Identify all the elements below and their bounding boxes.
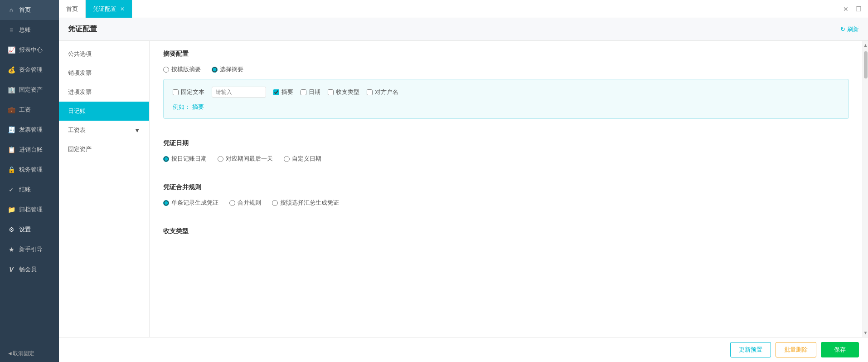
report-icon: 📈 <box>7 46 15 54</box>
sidebar-item-report[interactable]: 📈 报表中心 <box>0 40 59 60</box>
member-icon: V <box>7 266 15 273</box>
settings-icon: ⚙ <box>7 226 15 233</box>
sidebar-unpin[interactable]: ◄取消固定 <box>0 345 59 362</box>
sidebar-item-closing[interactable]: ✓ 结账 <box>0 180 59 200</box>
save-button[interactable]: 保存 <box>821 342 859 357</box>
voucher-date-radio-group: 按日记账日期 对应期间最后一天 自定义日期 <box>163 155 849 163</box>
home-icon: ⌂ <box>7 6 15 14</box>
radio-template-summary[interactable]: 按模版摘要 <box>163 65 201 73</box>
checkbox-fixed-text[interactable]: 固定文本 <box>173 88 204 96</box>
sidebar-item-sales[interactable]: 📋 进销台账 <box>0 140 59 160</box>
radio-journal-date[interactable]: 按日记账日期 <box>163 155 207 163</box>
left-nav-sales-invoice[interactable]: 销项发票 <box>59 64 149 83</box>
tab-home[interactable]: 首页 <box>59 0 86 18</box>
refresh-icon: ↻ <box>840 26 845 33</box>
sidebar-item-assets[interactable]: 🏢 固定资产 <box>0 80 59 100</box>
voucher-merge-radio-group: 单条记录生成凭证 合并规则 按照选择汇总生成凭证 <box>163 199 849 207</box>
sidebar-item-member[interactable]: V 畅会员 <box>0 259 59 279</box>
ledger-icon: ≡ <box>7 26 15 34</box>
summary-config-title: 摘要配置 <box>163 50 849 58</box>
checkbox-summary[interactable]: 摘要 <box>273 88 293 96</box>
tab-voucher[interactable]: 凭证配置 ✕ <box>86 0 132 18</box>
sidebar-item-guide[interactable]: ★ 新手引导 <box>0 240 59 259</box>
checkbox-income-type[interactable]: 收支类型 <box>328 88 359 96</box>
voucher-date-section: 凭证日期 按日记账日期 对应期间最后一天 <box>163 139 849 174</box>
sidebar-item-home[interactable]: ⌂ 首页 <box>0 0 59 20</box>
guide-icon: ★ <box>7 246 15 253</box>
sidebar-item-capital[interactable]: 💰 资金管理 <box>0 60 59 80</box>
right-content: 摘要配置 按模版摘要 选择摘要 <box>150 41 863 337</box>
left-nav-payroll[interactable]: 工资表 ▼ <box>59 121 149 140</box>
content-area: 凭证配置 ↻ 刷新 公共选项 销项发票 进项发票 日记账 <box>59 18 868 362</box>
window-restore-icon[interactable]: ❐ <box>854 4 863 15</box>
bottom-action-bar: 更新预置 批量删除 保存 <box>59 337 868 362</box>
radio-by-select[interactable]: 按照选择汇总生成凭证 <box>272 199 339 207</box>
left-nav-purchase-invoice[interactable]: 进项发票 <box>59 83 149 102</box>
two-col-layout: 公共选项 销项发票 进项发票 日记账 工资表 ▼ 固定资产 <box>59 41 868 337</box>
tax-icon: 🔒 <box>7 166 15 173</box>
scroll-thumb[interactable] <box>864 51 868 78</box>
main-area: 首页 凭证配置 ✕ ✕ ❐ 凭证配置 ↻ 刷新 公共选项 <box>59 0 868 362</box>
summary-config-section: 摘要配置 按模版摘要 选择摘要 <box>163 50 849 130</box>
sidebar-item-archive[interactable]: 📁 归档管理 <box>0 200 59 220</box>
radio-single-record[interactable]: 单条记录生成凭证 <box>163 199 218 207</box>
invoice-icon: 🧾 <box>7 126 15 133</box>
summary-checkbox-row: 固定文本 摘要 日期 <box>173 87 839 98</box>
page-header: 凭证配置 ↻ 刷新 <box>59 18 868 41</box>
sidebar-item-invoice[interactable]: 🧾 发票管理 <box>0 120 59 140</box>
sales-icon: 📋 <box>7 146 15 153</box>
capital-icon: 💰 <box>7 66 15 73</box>
tab-bar: 首页 凭证配置 ✕ ✕ ❐ <box>59 0 868 18</box>
window-close-icon[interactable]: ✕ <box>841 4 850 15</box>
voucher-merge-title: 凭证合并规则 <box>163 183 849 191</box>
fixed-text-input[interactable] <box>212 87 266 98</box>
left-nav-journal[interactable]: 日记账 <box>59 102 149 121</box>
left-nav-fixed-assets[interactable]: 固定资产 <box>59 140 149 159</box>
radio-merge-rule[interactable]: 合并规则 <box>229 199 261 207</box>
archive-icon: 📁 <box>7 206 15 213</box>
left-nav-public[interactable]: 公共选项 <box>59 44 149 64</box>
sidebar-item-ledger[interactable]: ≡ 总账 <box>0 20 59 40</box>
closing-icon: ✓ <box>7 186 15 193</box>
salary-icon: 💼 <box>7 106 15 113</box>
assets-icon: 🏢 <box>7 86 15 93</box>
scroll-rail: ▲ ▼ <box>863 41 868 337</box>
voucher-date-title: 凭证日期 <box>163 139 849 147</box>
sidebar-item-settings[interactable]: ⚙ 设置 <box>0 220 59 240</box>
income-type-title: 收支类型 <box>163 227 849 235</box>
page-title: 凭证配置 <box>68 24 97 34</box>
tab-bar-actions: ✕ ❐ <box>841 4 868 15</box>
refresh-button[interactable]: ↻ 刷新 <box>840 25 859 34</box>
sidebar-item-salary[interactable]: 💼 工资 <box>0 100 59 120</box>
radio-select-summary[interactable]: 选择摘要 <box>212 65 243 73</box>
radio-custom-date[interactable]: 自定义日期 <box>284 155 321 163</box>
update-preview-button[interactable]: 更新预置 <box>730 342 771 357</box>
checkbox-counterpart[interactable]: 对方户名 <box>367 88 398 96</box>
radio-last-day[interactable]: 对应期间最后一天 <box>218 155 273 163</box>
example-text: 例如： 摘要 <box>173 103 839 111</box>
left-nav: 公共选项 销项发票 进项发票 日记账 工资表 ▼ 固定资产 <box>59 41 150 337</box>
tab-close-icon[interactable]: ✕ <box>120 6 125 12</box>
batch-delete-button[interactable]: 批量删除 <box>776 342 816 357</box>
summary-config-box: 固定文本 摘要 日期 <box>163 79 849 119</box>
sidebar: ⌂ 首页 ≡ 总账 📈 报表中心 💰 资金管理 🏢 固定资产 💼 工资 🧾 发票… <box>0 0 59 362</box>
checkbox-date[interactable]: 日期 <box>301 88 320 96</box>
summary-radio-group: 按模版摘要 选择摘要 <box>163 65 849 73</box>
chevron-down-icon: ▼ <box>134 127 140 134</box>
income-type-section: 收支类型 <box>163 227 849 254</box>
sidebar-item-tax[interactable]: 🔒 税务管理 <box>0 160 59 180</box>
voucher-merge-section: 凭证合并规则 单条记录生成凭证 合并规则 <box>163 183 849 218</box>
